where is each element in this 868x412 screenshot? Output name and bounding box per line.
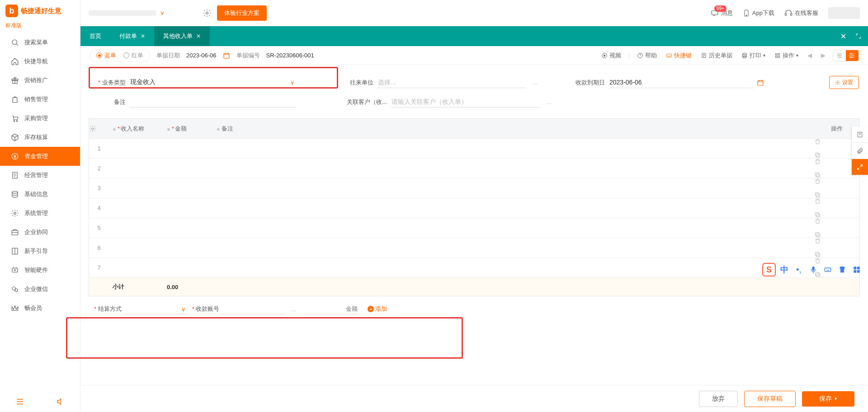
- sidebar-item-cog[interactable]: 系统管理: [0, 204, 80, 223]
- shortcut-button[interactable]: 快捷键: [664, 51, 693, 61]
- sidebar-item-guide[interactable]: 新手引导: [0, 242, 80, 261]
- add-settlement-button[interactable]: + 添加: [368, 305, 387, 313]
- svg-rect-29: [775, 53, 777, 55]
- tab-expand-icon[interactable]: [853, 30, 864, 42]
- operate-button[interactable]: 操作 ▾: [773, 51, 800, 61]
- tab-close-icon[interactable]: ✕: [141, 33, 145, 39]
- row-delete-icon[interactable]: [814, 198, 859, 205]
- messages-button[interactable]: 消息 99+: [711, 9, 733, 17]
- abandon-button[interactable]: 放弃: [699, 391, 738, 407]
- tab-label: 首页: [90, 32, 101, 40]
- form-settings-button[interactable]: 设置: [829, 76, 859, 89]
- sidebar-item-cart[interactable]: 采购管理: [0, 109, 80, 128]
- video-help-button[interactable]: 视频: [599, 51, 623, 61]
- bill-date-value[interactable]: 2023-06-06: [186, 52, 217, 59]
- table-config-icon[interactable]: [89, 125, 109, 132]
- vip-icon: [11, 304, 19, 312]
- table-row[interactable]: 2: [89, 159, 859, 178]
- table-row[interactable]: 1: [89, 139, 859, 159]
- related-customer-input[interactable]: [391, 96, 540, 108]
- calendar-icon[interactable]: [223, 52, 230, 59]
- settle-method-select[interactable]: [124, 304, 188, 314]
- prev-doc-button[interactable]: ◀: [806, 51, 814, 60]
- ime-toolbox-icon[interactable]: [851, 264, 863, 276]
- next-doc-button[interactable]: ▶: [819, 51, 827, 60]
- save-draft-button[interactable]: 保存草稿: [744, 391, 796, 407]
- biz-type-select[interactable]: [129, 77, 297, 88]
- ime-keyboard-icon[interactable]: [822, 264, 834, 276]
- radio-blue-bill[interactable]: 蓝单: [96, 52, 116, 60]
- sidebar-item-bag[interactable]: 销售管理: [0, 90, 80, 109]
- ime-logo-icon[interactable]: S: [762, 263, 776, 276]
- sidebar-item-vip[interactable]: 畅会员: [0, 299, 80, 318]
- document-header: 蓝单 红单 单据日期 2023-06-06 单据编号 SR-20230606-0…: [80, 46, 868, 65]
- receipt-account-input[interactable]: [222, 304, 285, 314]
- app-download-button[interactable]: App下载: [743, 9, 774, 17]
- online-service-button[interactable]: 在线客服: [784, 9, 818, 17]
- logo-area: b 畅捷通好生意: [0, 0, 80, 22]
- col-income-name[interactable]: ◆*收入名称: [109, 125, 163, 133]
- tab-close-all-icon[interactable]: ✕: [838, 29, 849, 43]
- party-label: 往来单位: [337, 79, 373, 87]
- account-more-icon[interactable]: …: [288, 306, 300, 313]
- due-date-input[interactable]: [609, 77, 753, 88]
- radio-red-bill[interactable]: 红单: [123, 52, 143, 60]
- rail-attach-icon[interactable]: [852, 143, 868, 159]
- tab-close-icon[interactable]: ✕: [196, 33, 201, 39]
- party-more-icon[interactable]: …: [530, 79, 542, 86]
- bill-date-label: 单据日期: [156, 52, 180, 60]
- view-list-button[interactable]: [833, 50, 846, 61]
- topbar-settings-icon[interactable]: [203, 9, 212, 18]
- tab-2[interactable]: 其他收入单✕: [154, 26, 210, 46]
- sidebar-item-doc[interactable]: 经营管理: [0, 166, 80, 185]
- history-button[interactable]: 历史单据: [699, 51, 734, 61]
- sidebar-item-gift[interactable]: 营销推广: [0, 71, 80, 90]
- sidebar-item-coin[interactable]: 资金管理: [0, 147, 80, 166]
- rail-note-icon[interactable]: [852, 126, 868, 143]
- receipt-account-label: 收款账号: [192, 305, 220, 313]
- table-row[interactable]: 6: [89, 238, 859, 258]
- ime-lang-button[interactable]: 中: [778, 264, 790, 276]
- col-remark[interactable]: ◆备注: [213, 125, 814, 133]
- table-row[interactable]: 5: [89, 218, 859, 238]
- row-delete-icon[interactable]: [814, 218, 859, 225]
- table-row[interactable]: 4: [89, 198, 859, 218]
- sidebar-item-search[interactable]: 搜索菜单: [0, 33, 80, 52]
- sidebar-item-home[interactable]: 快捷导航: [0, 52, 80, 71]
- row-number: 3: [89, 185, 109, 192]
- sidebar-item-db[interactable]: 基础信息: [0, 185, 80, 204]
- try-industry-button[interactable]: 体验行业方案: [217, 5, 267, 21]
- sidebar-item-ent[interactable]: 企业协同: [0, 223, 80, 242]
- help-button[interactable]: 帮助: [635, 51, 659, 61]
- ime-punct-button[interactable]: •,: [793, 264, 805, 276]
- save-button[interactable]: 保存 ▾: [802, 391, 854, 407]
- related-customer-more-icon[interactable]: …: [543, 98, 555, 105]
- ime-skin-icon[interactable]: [836, 264, 848, 276]
- table-row[interactable]: 7: [89, 258, 859, 278]
- ime-mic-icon[interactable]: [807, 264, 819, 276]
- sidebar-item-cwc[interactable]: 企业微信: [0, 280, 80, 299]
- row-delete-icon[interactable]: [814, 178, 859, 185]
- settle-amount-input[interactable]: [304, 304, 359, 314]
- col-amount[interactable]: ◆*金额: [163, 125, 213, 133]
- user-avatar-placeholder[interactable]: [828, 7, 860, 19]
- topbar-right: 消息 99+ App下载 在线客服: [711, 7, 860, 19]
- remark-input[interactable]: [129, 96, 297, 108]
- tab-0[interactable]: 首页: [80, 26, 110, 46]
- table-row[interactable]: 3: [89, 178, 859, 198]
- print-button[interactable]: 打印 ▾: [740, 51, 767, 61]
- row-delete-icon[interactable]: [814, 238, 859, 244]
- tab-1[interactable]: 付款单✕: [110, 26, 154, 46]
- sidebar-sound-button[interactable]: [40, 398, 80, 406]
- sidebar-item-cube[interactable]: 库存核算: [0, 128, 80, 147]
- calendar-icon[interactable]: [757, 79, 764, 86]
- company-selector[interactable]: ∨: [89, 9, 197, 16]
- sidebar-item-hw[interactable]: 智能硬件: [0, 261, 80, 280]
- company-name-placeholder: [89, 10, 156, 16]
- rail-expand-icon[interactable]: [852, 159, 868, 175]
- sidebar-collapse-button[interactable]: [0, 398, 40, 406]
- gift-icon: [11, 76, 19, 84]
- party-select[interactable]: [377, 77, 526, 88]
- cart-icon: [11, 114, 19, 122]
- view-card-button[interactable]: [846, 50, 859, 61]
